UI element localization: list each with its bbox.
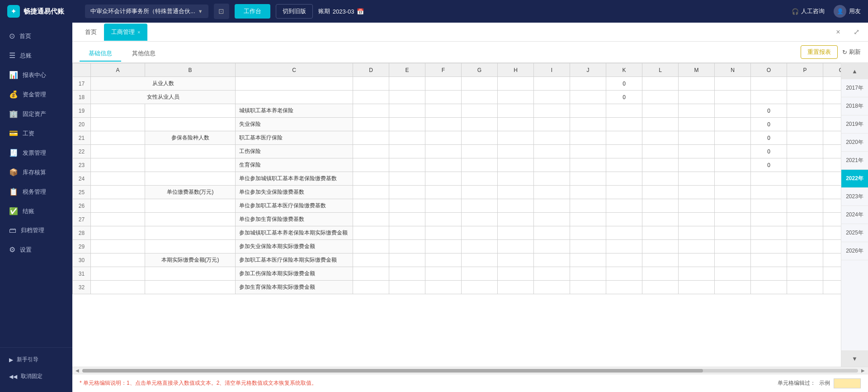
cell-30-o[interactable] — [751, 253, 787, 267]
cell-26-a[interactable] — [91, 199, 145, 213]
cell-25-h[interactable] — [498, 186, 534, 199]
cell-27-b[interactable] — [145, 213, 236, 226]
cell-24-f[interactable] — [425, 172, 462, 186]
tab-close-button[interactable]: × — [832, 26, 844, 38]
cell-19-e[interactable] — [389, 104, 425, 118]
cell-23-d[interactable] — [353, 158, 389, 172]
cell-20-d[interactable] — [353, 118, 389, 131]
cell-18-n[interactable] — [715, 91, 751, 104]
cell-31-e[interactable] — [389, 267, 425, 281]
cell-24-c[interactable]: 单位参加城镇职工基本养老保险缴费基数 — [236, 172, 353, 186]
cell-18-q[interactable] — [823, 91, 841, 104]
cell-18-i[interactable] — [534, 91, 570, 104]
cell-25-b[interactable]: 单位缴费基数(万元) — [145, 186, 236, 199]
cell-30-q[interactable] — [823, 253, 841, 267]
cell-30-m[interactable] — [679, 253, 715, 267]
cell-19-m[interactable] — [679, 104, 715, 118]
cell-20-c[interactable]: 失业保险 — [236, 118, 353, 131]
consult-button[interactable]: 🎧 人工咨询 — [792, 7, 825, 15]
cell-21-d[interactable] — [353, 131, 389, 145]
cell-29-o[interactable] — [751, 240, 787, 253]
cell-23-i[interactable] — [534, 158, 570, 172]
old-version-button[interactable]: 切到旧版 — [276, 4, 313, 19]
cell-29-l[interactable] — [642, 240, 679, 253]
cell-24-l[interactable] — [642, 172, 679, 186]
cell-20-q[interactable] — [823, 118, 841, 131]
cell-20-e[interactable] — [389, 118, 425, 131]
cell-21-m[interactable] — [679, 131, 715, 145]
sidebar-item-invoice[interactable]: 🧾 发票管理 — [0, 143, 72, 163]
cell-27-h[interactable] — [498, 213, 534, 226]
cell-32-l[interactable] — [642, 281, 679, 294]
cell-23-h[interactable] — [498, 158, 534, 172]
cell-24-a[interactable] — [91, 172, 145, 186]
cell-31-m[interactable] — [679, 267, 715, 281]
cell-29-k[interactable] — [606, 240, 642, 253]
cell-21-e[interactable] — [389, 131, 425, 145]
h-scroll-thumb[interactable] — [82, 369, 703, 373]
cell-21-h[interactable] — [498, 131, 534, 145]
cell-20-b[interactable] — [145, 118, 236, 131]
cell-29-i[interactable] — [534, 240, 570, 253]
cell-28-f[interactable] — [425, 226, 462, 240]
cell-17-l[interactable] — [642, 77, 679, 91]
cell-27-d[interactable] — [353, 213, 389, 226]
sidebar-item-new-guide[interactable]: ▶ 新手引导 — [0, 351, 72, 368]
cell-23-b[interactable] — [145, 158, 236, 172]
cell-29-q[interactable] — [823, 240, 841, 253]
year-item-2023[interactable]: 2023年 — [841, 188, 868, 206]
cell-21-a[interactable] — [91, 131, 145, 145]
cell-20-l[interactable] — [642, 118, 679, 131]
cell-25-p[interactable] — [787, 186, 823, 199]
company-selector[interactable]: 中审众环会计师事务所（特殊普通合伙... ▼ — [85, 5, 208, 18]
cell-32-k[interactable] — [606, 281, 642, 294]
cell-18-c[interactable] — [236, 91, 353, 104]
cell-32-j[interactable] — [570, 281, 606, 294]
cell-21-c[interactable]: 职工基本医疗保险 — [236, 131, 353, 145]
cell-21-f[interactable] — [425, 131, 462, 145]
sidebar-item-archive[interactable]: 🗃 归档管理 — [0, 221, 72, 240]
cell-26-e[interactable] — [389, 199, 425, 213]
tab-expand-button[interactable]: ⤢ — [850, 26, 863, 38]
cell-24-q[interactable] — [823, 172, 841, 186]
cell-31-h[interactable] — [498, 267, 534, 281]
cell-26-c[interactable]: 单位参加职工基本医疗保险缴费基数 — [236, 199, 353, 213]
cell-23-n[interactable] — [715, 158, 751, 172]
cell-29-g[interactable] — [462, 240, 498, 253]
sidebar-item-settings[interactable]: ⚙ 设置 — [0, 240, 72, 259]
year-item-2025[interactable]: 2025年 — [841, 224, 868, 242]
cell-30-j[interactable] — [570, 253, 606, 267]
cell-30-h[interactable] — [498, 253, 534, 267]
cell-24-m[interactable] — [679, 172, 715, 186]
cell-26-i[interactable] — [534, 199, 570, 213]
cell-19-p[interactable] — [787, 104, 823, 118]
cell-32-h[interactable] — [498, 281, 534, 294]
cell-23-k[interactable] — [606, 158, 642, 172]
cell-27-p[interactable] — [787, 213, 823, 226]
cell-29-j[interactable] — [570, 240, 606, 253]
tab-commerce-close[interactable]: × — [137, 29, 140, 35]
cell-22-e[interactable] — [389, 145, 425, 158]
cell-26-d[interactable] — [353, 199, 389, 213]
cell-20-g[interactable] — [462, 118, 498, 131]
cell-30-k[interactable] — [606, 253, 642, 267]
cell-23-g[interactable] — [462, 158, 498, 172]
cell-17-n[interactable] — [715, 77, 751, 91]
h-scroll-right-btn[interactable]: ▶ — [860, 368, 866, 374]
sidebar-item-payroll[interactable]: 💳 工资 — [0, 124, 72, 143]
cell-22-b[interactable] — [145, 145, 236, 158]
inner-tab-basic-info[interactable]: 基础信息 — [80, 46, 121, 62]
tab-commerce[interactable]: 工商管理 × — [104, 24, 147, 41]
workbench-button[interactable]: 工作台 — [235, 4, 270, 19]
cell-18-p[interactable] — [787, 91, 823, 104]
cell-24-k[interactable] — [606, 172, 642, 186]
cell-25-e[interactable] — [389, 186, 425, 199]
cell-25-k[interactable] — [606, 186, 642, 199]
cell-32-m[interactable] — [679, 281, 715, 294]
cell-32-b[interactable] — [145, 281, 236, 294]
cell-30-l[interactable] — [642, 253, 679, 267]
cell-28-h[interactable] — [498, 226, 534, 240]
doc-icon-button[interactable]: ⊡ — [214, 4, 229, 19]
cell-27-i[interactable] — [534, 213, 570, 226]
cell-20-n[interactable] — [715, 118, 751, 131]
